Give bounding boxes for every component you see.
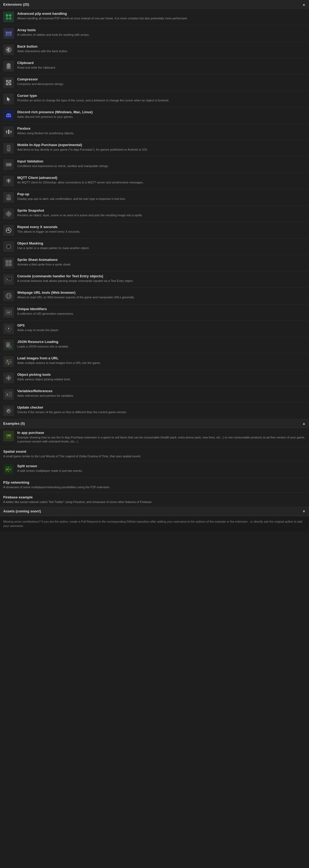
- extension-name: Sprite Sheet Animations: [17, 258, 306, 262]
- list-item[interactable]: v Update checker Checks if the version o…: [0, 403, 309, 419]
- svg-rect-25: [8, 130, 9, 134]
- list-item[interactable]: Split screen A split screen multiplayer …: [0, 461, 309, 478]
- examples-section: Examples (5) ▲ $$$ In app purchase Examp…: [0, 419, 309, 507]
- svg-rect-15: [7, 63, 10, 65]
- extension-info: Unique Identifiers A collection of UID g…: [17, 307, 306, 316]
- extension-icon: $$$: [3, 431, 14, 441]
- extension-name: Compressor: [17, 77, 306, 81]
- extension-icon: $: [3, 143, 14, 154]
- svg-rect-52: [6, 277, 11, 282]
- extensions-section-header[interactable]: Extensions (25) ▲: [0, 0, 309, 9]
- examples-collapse-icon: ▲: [302, 421, 306, 426]
- extension-name: Sprite Snapshot: [17, 209, 306, 213]
- extension-icon: [3, 373, 14, 383]
- list-item[interactable]: id Unique Identifiers A collection of UI…: [0, 304, 309, 321]
- extension-name: Variables/References: [17, 389, 306, 393]
- extension-icon: [3, 323, 14, 334]
- extension-name: MQTT Client (advanced): [17, 176, 306, 180]
- svg-rect-96: [6, 438, 11, 438]
- list-item[interactable]: Object picking tools Adds various object…: [0, 370, 309, 386]
- svg-rect-24: [6, 130, 7, 133]
- extension-info: Input Validation Conditions and expressi…: [17, 159, 306, 168]
- list-item[interactable]: GPS Adds a way to locate the player.: [0, 321, 309, 337]
- list-item[interactable]: Repeat every X seconds This allows to tr…: [0, 222, 309, 239]
- extension-desc: Adds interactions with the back button.: [17, 49, 306, 53]
- examples-section-header[interactable]: Examples (5) ▲: [0, 419, 309, 428]
- assets-collapse-icon: ▼: [302, 509, 306, 514]
- svg-text:$$$: $$$: [7, 434, 11, 437]
- list-item[interactable]: Input Validation Conditions and expressi…: [0, 157, 309, 173]
- extension-desc: Checks if the version of the game on lil…: [17, 410, 306, 414]
- list-item[interactable]: $ Mobile In-App Purchase (experimental) …: [0, 140, 309, 157]
- list-item[interactable]: Back button Adds interactions with the b…: [0, 42, 309, 58]
- extension-desc: Allows using flexbox for positioning obj…: [17, 131, 306, 135]
- extension-info: Repeat every X seconds This allows to tr…: [17, 225, 306, 234]
- list-item[interactable]: ! Pop-up Display pop-ups to alert, ask c…: [0, 189, 309, 206]
- svg-text:$: $: [8, 147, 9, 149]
- extension-desc: Adds a way to locate the player.: [17, 328, 306, 332]
- example-name: Spatial sound: [3, 450, 306, 454]
- list-item[interactable]: Cursor type Provides an action to change…: [0, 91, 309, 107]
- svg-rect-2: [6, 18, 8, 20]
- list-item[interactable]: Load images from a URL Adds multiple act…: [0, 353, 309, 370]
- list-item[interactable]: P2p networking A showcase of some multip…: [0, 478, 309, 492]
- assets-section-title: Assets (coming soon!): [3, 509, 41, 513]
- extension-name: Console (commands handler for Text Entry…: [17, 274, 306, 278]
- examples-list: $$$ In app purchase Example showing how …: [0, 428, 309, 507]
- extension-desc: Provides an action to change the type of…: [17, 98, 306, 102]
- extension-icon: [3, 258, 14, 269]
- list-item[interactable]: Sprite Snapshot Renders an object, layer…: [0, 206, 309, 222]
- list-item[interactable]: Advanced p2p event handling Allows handl…: [0, 9, 309, 25]
- example-name: In app purchase: [17, 431, 306, 435]
- extension-icon: [3, 44, 14, 55]
- list-item[interactable]: MQTT Client (advanced) An MQTT client fo…: [0, 173, 309, 189]
- list-item[interactable]: {} JSON Resource Loading Loads a JSON re…: [0, 337, 309, 353]
- extension-name: Webpage URL tools (Web browser): [17, 290, 306, 294]
- list-item[interactable]: Object Masking Use a sprite or a shape p…: [0, 239, 309, 255]
- extension-desc: Allows handling all received P2P events …: [17, 17, 306, 21]
- extension-info: Cursor type Provides an action to change…: [17, 94, 306, 102]
- extension-icon: [3, 126, 14, 137]
- extension-name: JSON Resource Loading: [17, 340, 306, 344]
- list-item[interactable]: Webpage URL tools (Web browser) Allows t…: [0, 288, 309, 304]
- extension-icon: [3, 110, 14, 121]
- examples-section-title: Examples (5): [3, 422, 25, 426]
- list-item[interactable]: Console (commands handler for Text Entry…: [0, 271, 309, 288]
- extension-icon: [3, 225, 14, 236]
- extension-icon: [3, 464, 14, 475]
- footer-text: Missing some contributions? If you are t…: [3, 520, 302, 528]
- list-item[interactable]: x Variables/References Adds references a…: [0, 386, 309, 403]
- list-item[interactable]: Sprite Sheet Animations Animate a tiled …: [0, 255, 309, 271]
- extension-info: Split screen A split screen multiplayer …: [17, 464, 306, 473]
- list-item[interactable]: Clipboard Read and write the clipboard.: [0, 58, 309, 74]
- svg-text:{}: {}: [9, 346, 11, 348]
- extension-icon: [3, 94, 14, 104]
- svg-point-76: [7, 360, 8, 361]
- extension-info: Object picking tools Adds various object…: [17, 373, 306, 381]
- list-item[interactable]: Array tools A collection of utilities an…: [0, 25, 309, 42]
- extension-name: Repeat every X seconds: [17, 225, 306, 229]
- extension-icon: [3, 274, 14, 285]
- list-item[interactable]: Discord rich presence (Windows, Mac, Lin…: [0, 107, 309, 124]
- list-item[interactable]: $$$ In app purchase Example showing how …: [0, 428, 309, 447]
- list-item[interactable]: Firebase example A twitter-like social n…: [0, 493, 309, 507]
- svg-text:!: !: [8, 195, 9, 198]
- svg-rect-3: [9, 18, 11, 20]
- svg-rect-0: [6, 14, 8, 17]
- extension-name: Object picking tools: [17, 373, 306, 377]
- extension-info: Load images from a URL Adds multiple act…: [17, 356, 306, 365]
- example-desc: A twitter-like social network called "No…: [3, 500, 306, 504]
- extension-desc: Add items to buy directly in your game (…: [17, 148, 306, 152]
- assets-section-header[interactable]: Assets (coming soon!) ▼: [0, 507, 309, 516]
- svg-rect-26: [10, 131, 11, 133]
- extension-icon: v: [3, 405, 14, 416]
- extension-info: Compressor Compress and decompress strin…: [17, 77, 306, 86]
- list-item[interactable]: Flexbox Allows using flexbox for positio…: [0, 124, 309, 140]
- list-item[interactable]: Spatial sound A small game similar to th…: [0, 447, 309, 461]
- example-desc: A small game similar to the Lost Woods o…: [3, 454, 306, 458]
- list-item[interactable]: Compressor Compress and decompress strin…: [0, 74, 309, 91]
- extension-info: Update checker Checks if the version of …: [17, 405, 306, 414]
- extension-info: GPS Adds a way to locate the player.: [17, 323, 306, 332]
- extension-desc: Use a sprite or a shape painter to mask …: [17, 246, 306, 250]
- extension-desc: An MQTT client for GDevelop: allow conne…: [17, 181, 306, 185]
